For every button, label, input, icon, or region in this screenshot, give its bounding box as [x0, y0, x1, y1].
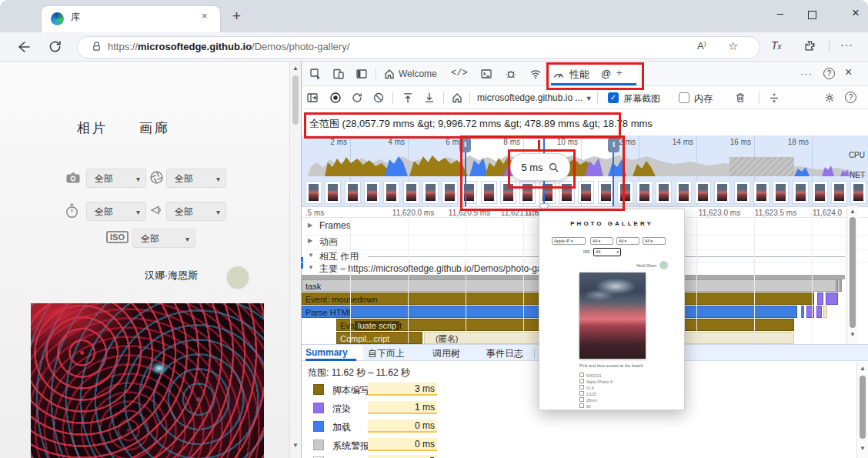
- filmstrip-thumbnail[interactable]: [403, 181, 419, 204]
- filmstrip-thumbnail[interactable]: [578, 181, 594, 204]
- filmstrip-thumbnail[interactable]: [714, 181, 730, 204]
- photo-rain-droplets[interactable]: [31, 303, 264, 458]
- memory-label[interactable]: 内存: [694, 92, 713, 105]
- flame-rendering-segment[interactable]: [817, 293, 823, 305]
- filmstrip-thumbnail[interactable]: [519, 181, 536, 204]
- trash-icon[interactable]: [734, 92, 746, 104]
- bottom-tab-1[interactable]: 自下而上: [368, 347, 405, 360]
- filmstrip-thumbnail[interactable]: [695, 181, 711, 204]
- scroll-down-icon[interactable]: ▼: [860, 445, 866, 452]
- avatar[interactable]: [227, 266, 249, 288]
- flame-rendering-segment[interactable]: [826, 293, 838, 305]
- network-conditions-icon[interactable]: [529, 68, 542, 80]
- bottom-tab-2[interactable]: 调用树: [432, 347, 460, 360]
- window-maximize-button[interactable]: [808, 11, 816, 19]
- bottom-tab-3[interactable]: 事件日志: [486, 347, 523, 360]
- record-icon[interactable]: [329, 92, 342, 104]
- aperture-filter-select[interactable]: 全部▾: [166, 169, 226, 188]
- filmstrip-thumbnail[interactable]: [676, 181, 692, 204]
- flame-task-sliver[interactable]: [836, 279, 838, 292]
- favorite-star-icon[interactable]: ☆: [728, 39, 738, 53]
- photographer-name[interactable]: 汉娜·海恩斯: [145, 269, 198, 282]
- scroll-down-icon[interactable]: ▼: [850, 331, 856, 338]
- filmstrip-thumbnail[interactable]: [422, 181, 439, 204]
- window-minimize-button[interactable]: –: [765, 6, 796, 19]
- scroll-up-icon[interactable]: ▲: [860, 365, 866, 372]
- devtools-more-icon[interactable]: ···: [800, 68, 813, 79]
- filmstrip-thumbnail[interactable]: [500, 181, 516, 204]
- expand-arrow-icon[interactable]: ▶: [308, 222, 312, 229]
- shutter-filter-select[interactable]: 全部▾: [86, 202, 146, 221]
- scroll-up-icon[interactable]: ▲: [292, 65, 299, 72]
- filmstrip-thumbnail[interactable]: [364, 181, 380, 204]
- range-breadcrumb[interactable]: 全范围 (28,057.79 mms &gt; 9,996.72 mms &gt…: [309, 117, 653, 131]
- add-panel-button[interactable]: +: [616, 67, 623, 79]
- gear-icon[interactable]: [823, 92, 836, 104]
- flame-compile-script[interactable]: Compil...cript: [336, 332, 422, 344]
- filmstrip-thumbnail[interactable]: [656, 181, 672, 204]
- scroll-down-icon[interactable]: ▼: [292, 442, 299, 449]
- bug-icon[interactable]: [505, 68, 517, 80]
- selection-handle-right[interactable]: ‖: [608, 138, 619, 152]
- screenshots-label[interactable]: 屏幕截图: [623, 92, 660, 105]
- read-aloud-icon[interactable]: A): [697, 40, 706, 52]
- filmstrip-thumbnail[interactable]: [831, 181, 847, 204]
- iso-filter-select[interactable]: 全部▾: [132, 229, 195, 248]
- inspect-element-icon[interactable]: [309, 68, 322, 80]
- filmstrip-thumbnail[interactable]: [481, 181, 497, 204]
- window-close-button[interactable]: ×: [840, 5, 868, 21]
- expand-arrow-icon[interactable]: ▶: [308, 237, 312, 244]
- scroll-up-icon[interactable]: ▲: [850, 208, 856, 215]
- scrollbar-thumb[interactable]: [850, 217, 856, 328]
- upload-profile-icon[interactable]: [402, 92, 414, 104]
- perf-help-icon[interactable]: ?: [845, 92, 856, 103]
- filmstrip-thumbnail[interactable]: [773, 181, 789, 204]
- devtools-close-icon[interactable]: ×: [845, 65, 852, 79]
- collapse-arrow-icon[interactable]: ▼: [308, 264, 314, 271]
- home-icon[interactable]: [383, 68, 396, 80]
- flame-rendering-segment[interactable]: [816, 306, 822, 318]
- tab-welcome[interactable]: Welcome: [399, 69, 437, 79]
- device-emulation-icon[interactable]: [332, 68, 345, 80]
- browser-tab[interactable]: [42, 6, 220, 32]
- filmstrip-thumbnail[interactable]: [812, 181, 828, 204]
- toggle-sidebar-icon[interactable]: [306, 92, 319, 104]
- screenshots-checkbox[interactable]: ✓: [608, 92, 619, 103]
- extensions-icon[interactable]: [803, 39, 816, 52]
- filmstrip-thumbnail[interactable]: [325, 181, 341, 204]
- collapse-icon[interactable]: [768, 92, 780, 104]
- tab-elements-code-icon[interactable]: </>: [451, 68, 468, 79]
- filmstrip-thumbnail[interactable]: [305, 181, 322, 204]
- filmstrip-thumbnail[interactable]: [559, 181, 575, 204]
- filmstrip-thumbnail[interactable]: [598, 181, 614, 204]
- filmstrip-thumbnail[interactable]: [461, 181, 477, 204]
- flame-compile-segment[interactable]: [823, 306, 827, 318]
- new-tab-button[interactable]: +: [232, 8, 241, 25]
- origin-select[interactable]: microsoftedge.github.io ... ▼: [477, 92, 593, 103]
- focal-filter-select[interactable]: 全部▾: [166, 202, 226, 221]
- clear-icon[interactable]: [372, 92, 385, 104]
- camera-filter-select[interactable]: 全部▾: [86, 169, 146, 188]
- filmstrip-thumbnail[interactable]: [539, 181, 556, 204]
- filmstrip-thumbnail[interactable]: [793, 181, 809, 204]
- filmstrip-thumbnail[interactable]: [636, 181, 653, 204]
- tab-performance-label[interactable]: 性能: [569, 68, 589, 82]
- filmstrip-thumbnail[interactable]: [442, 181, 458, 204]
- record-reload-icon[interactable]: [351, 92, 363, 104]
- flame-rendering-segment[interactable]: [806, 306, 814, 318]
- filmstrip-thumbnail[interactable]: [383, 181, 399, 204]
- collapse-arrow-icon[interactable]: ▼: [308, 252, 314, 259]
- filmstrip-thumbnail[interactable]: [753, 181, 770, 204]
- memory-checkbox[interactable]: [679, 92, 689, 103]
- filmstrip-thumbnail[interactable]: [850, 181, 866, 204]
- scrollbar-thumb[interactable]: [292, 75, 299, 125]
- reload-icon[interactable]: [48, 39, 62, 54]
- download-profile-icon[interactable]: [423, 92, 436, 104]
- translate-icon[interactable]: Tx: [771, 39, 782, 52]
- back-icon[interactable]: [15, 39, 31, 55]
- bottom-tab-summary[interactable]: Summary: [305, 347, 348, 358]
- console-icon[interactable]: [480, 68, 492, 80]
- selection-handle-left[interactable]: ‖: [459, 138, 471, 152]
- scrollbar-thumb[interactable]: [860, 376, 866, 439]
- browser-menu-icon[interactable]: ···: [840, 38, 853, 51]
